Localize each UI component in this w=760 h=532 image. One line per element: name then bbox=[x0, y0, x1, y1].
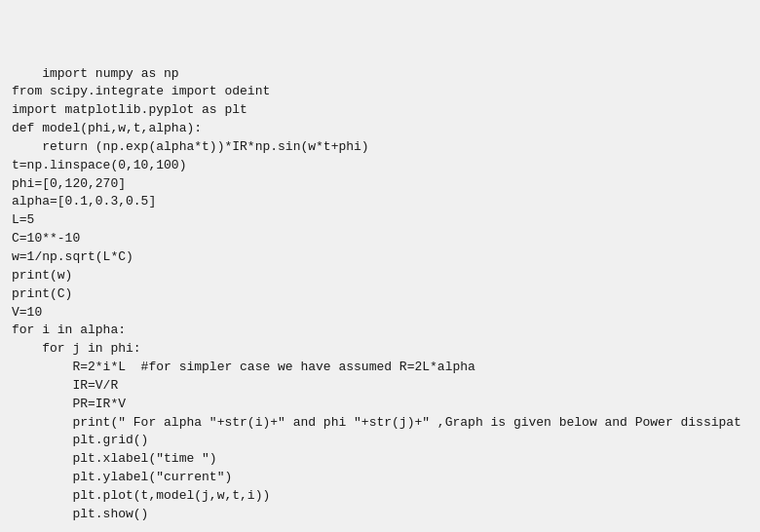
line-22: plt.xlabel("time ") bbox=[12, 451, 217, 466]
line-3: import matplotlib.pyplot as plt bbox=[12, 102, 247, 117]
line-1: import numpy as np bbox=[42, 66, 178, 81]
line-20: print(" For alpha "+str(i)+" and phi "+s… bbox=[12, 415, 741, 430]
line-9: L=5 bbox=[12, 212, 34, 227]
line-10: C=10**-10 bbox=[12, 231, 80, 246]
line-5: return (np.exp(alpha*t))*IR*np.sin(w*t+p… bbox=[12, 139, 369, 154]
line-19: PR=IR*V bbox=[12, 397, 126, 411]
line-21: plt.grid() bbox=[12, 433, 148, 447]
line-6: t=np.linspace(0,10,100) bbox=[12, 158, 186, 172]
line-8: alpha=[0.1,0.3,0.5] bbox=[12, 194, 156, 209]
line-7: phi=[0,120,270] bbox=[12, 176, 126, 191]
line-11: w=1/np.sqrt(L*C) bbox=[12, 249, 133, 264]
code-content: import numpy as np from scipy.integrate … bbox=[12, 47, 748, 532]
line-14: V=10 bbox=[12, 305, 42, 320]
line-25: plt.show() bbox=[12, 507, 148, 521]
line-13: print(C) bbox=[12, 286, 72, 301]
code-editor: import numpy as np from scipy.integrate … bbox=[0, 0, 760, 532]
line-18: IR=V/R bbox=[12, 378, 118, 393]
line-blank bbox=[12, 525, 19, 532]
line-4: def model(phi,w,t,alpha): bbox=[12, 121, 202, 135]
line-12: print(w) bbox=[12, 268, 72, 283]
line-2: from scipy.integrate import odeint bbox=[12, 84, 270, 98]
line-23: plt.ylabel("current") bbox=[12, 470, 232, 484]
line-17: R=2*i*L #for simpler case we have assume… bbox=[12, 360, 475, 374]
line-15: for i in alpha: bbox=[12, 323, 126, 337]
line-24: plt.plot(t,model(j,w,t,i)) bbox=[12, 488, 270, 503]
line-16: for j in phi: bbox=[12, 341, 141, 356]
